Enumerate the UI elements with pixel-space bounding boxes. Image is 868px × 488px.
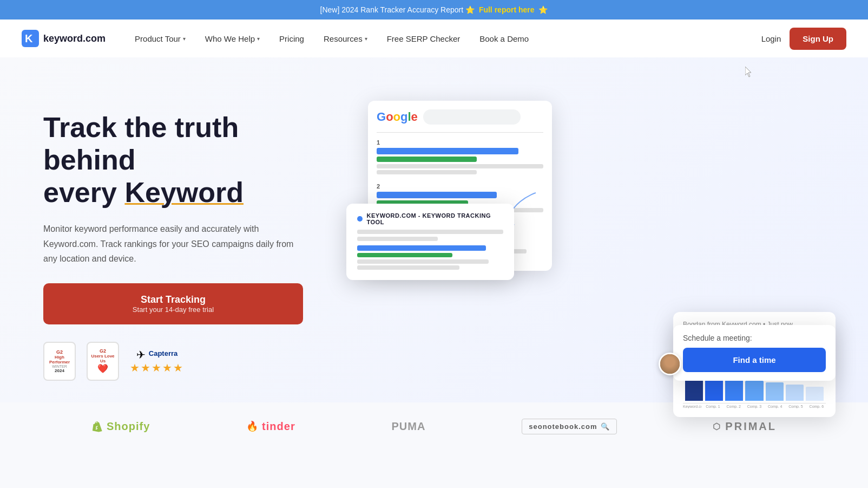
hero-section: Track the truth behind every Keyword Mon… [0,57,868,402]
puma-logo: PUMA [392,420,426,433]
shopify-icon [91,420,103,432]
primal-icon: ⬡ [713,421,722,432]
google-logo: Google [377,110,418,124]
hero-title-line2: every Keyword [43,177,244,208]
google-search-bar [423,109,521,125]
shopify-label: Shopify [107,420,150,433]
chart-label-5: Comp. 4 [766,405,784,408]
chart-label-4: Comp. 3 [745,405,764,408]
chart-bar-4 [745,381,763,401]
heart-icon: ❤️ [97,363,108,374]
capterra-label: Capterra [149,349,177,357]
keyword-dot-icon [357,216,363,222]
banner-suffix: ⭐ [538,5,548,14]
primal-logo: ⬡ PRIMAL [713,420,777,433]
chevron-down-icon: ▾ [257,36,260,42]
g2-badge-winter: WINTER [52,365,67,368]
hero-mockup: Google 1 2 5 [336,90,825,381]
kw-gray-bar1 [357,259,489,264]
chevron-down-icon: ▾ [183,36,186,42]
rank1-gray-bar2 [377,170,477,174]
shopify-logo: Shopify [91,420,150,433]
chart-bar-5 [766,382,784,401]
seonotebook-logo: seonotebook.com 🔍 [522,419,616,434]
nav-who-we-help[interactable]: Who We Help ▾ [198,30,267,48]
search-icon: 🔍 [601,422,610,431]
keyword-bars [357,245,503,270]
chart-label-7: Comp. 6 [807,405,826,408]
serp-result-1: 1 [377,139,543,174]
nav-book-demo-label: Book a Demo [479,34,529,43]
puma-label: PUMA [392,420,426,433]
keyword-popup-card: KEYWORD.COM - KEYWORD TRACKING TOOL [346,204,514,280]
chart-label-6: Comp. 5 [786,405,805,408]
capterra-badge: ✈ Capterra ★★★★★ [130,348,184,374]
rating-stars: ★★★★★ [130,361,184,374]
rank1-blue-bar [377,148,518,154]
logo-text: keyword.com [43,33,106,44]
avatar [659,353,681,375]
svg-text:K: K [25,32,33,44]
kw-blue-bar [357,245,486,251]
chart-bar-7 [806,387,824,401]
nav-links: Product Tour ▾ Who We Help ▾ Pricing Res… [127,30,761,48]
nav-pricing-label: Pricing [279,34,304,43]
hero-title-keyword: Keyword [124,177,244,208]
keyword-line2 [357,237,438,241]
primal-label: PRIMAL [725,420,777,433]
g2-users-label: Users Love Us [90,354,116,363]
find-time-button[interactable]: Find a time [683,348,826,372]
schedule-meeting-card: Schedule a meeting: Find a time [673,325,836,381]
schedule-label: Schedule a meeting: [683,334,826,342]
rank1-gray-bar1 [377,164,543,168]
nav-actions: Login Sign Up [761,28,846,50]
chart-labels: Keyword.com Comp. 1 Comp. 2 Comp. 3 Comp… [683,405,826,408]
keyword-popup-header: KEYWORD.COM - KEYWORD TRACKING TOOL [357,212,503,225]
kw-gray-bar2 [357,265,459,270]
nav-resources[interactable]: Resources ▾ [316,30,375,48]
logo-icon: K [22,30,39,47]
navbar: K keyword.com Product Tour ▾ Who We Help… [0,19,868,57]
banner-text: [New] 2024 Rank Tracker Accuracy Report … [320,5,475,14]
nav-pricing[interactable]: Pricing [272,30,312,48]
g2-badge-label: High Performer [47,355,73,365]
google-bar: Google [377,109,543,125]
serp-divider [377,132,543,133]
plane-icon: ✈ [136,348,146,361]
banner-link[interactable]: Full report here [479,5,535,14]
g2-users-love-us-badge: G2 Users Love Us ❤️ [87,342,119,381]
nav-free-serp[interactable]: Free SERP Checker [379,30,468,48]
chevron-down-icon: ▾ [365,36,367,42]
tinder-logo: 🔥 tinder [246,420,295,433]
hero-title-line1: Track the truth behind [43,112,239,175]
keyword-line1 [357,230,503,234]
login-button[interactable]: Login [761,34,781,43]
nav-product-tour[interactable]: Product Tour ▾ [127,30,193,48]
tinder-label: tinder [262,420,295,433]
rank2-blue-bar [377,192,497,198]
kw-green-bar [357,253,452,257]
cta-label: Start Tracking [141,294,206,305]
nav-book-demo[interactable]: Book a Demo [472,30,536,48]
hero-description: Monitor keyword performance easily and a… [43,222,303,266]
g2-high-performer-badge: G2 High Performer WINTER 2024 [43,342,76,381]
trust-badges: G2 High Performer WINTER 2024 G2 Users L… [43,342,336,381]
logo[interactable]: K keyword.com [22,30,106,47]
nav-product-tour-label: Product Tour [135,34,181,43]
keyword-popup-title: KEYWORD.COM - KEYWORD TRACKING TOOL [367,212,503,225]
hero-title: Track the truth behind every Keyword [43,112,336,209]
seo-label: seonotebook.com [529,422,597,431]
chart-label-3: Comp. 2 [725,405,743,408]
signup-button[interactable]: Sign Up [790,28,846,50]
g2-badge-year: 2024 [55,368,64,373]
chart-label-1: Keyword.com [683,405,701,408]
chart-bar-6 [786,385,804,401]
chart-bar-3 [725,379,743,401]
start-tracking-button[interactable]: Start Tracking Start your 14-day free tr… [43,283,303,324]
cta-sub-label: Start your 14-day free trial [65,305,281,314]
hero-left: Track the truth behind every Keyword Mon… [43,90,336,381]
nav-who-we-help-label: Who We Help [205,34,255,43]
chart-label-2: Comp. 1 [703,405,722,408]
flame-icon: 🔥 [246,420,259,432]
avatar-face [660,354,680,374]
